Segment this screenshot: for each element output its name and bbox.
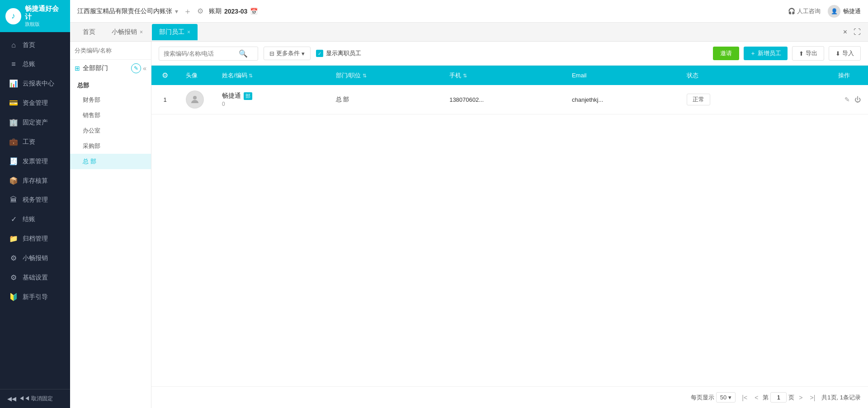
sidebar-nav: ⌂ 首页 ≡ 总账 📊 云报表中心 💳 资金管理 🏢 固定资产 💼 工资 🧾 发… <box>0 32 70 389</box>
calendar-icon: 📅 <box>250 8 258 15</box>
dept-item-office[interactable]: 办公室 <box>70 123 151 138</box>
col-dept[interactable]: 部门/职位 ⇅ <box>329 66 443 85</box>
dept-search-input[interactable] <box>75 47 151 54</box>
show-resigned-checkbox[interactable]: ✓ <box>316 50 323 57</box>
home-icon: ⌂ <box>9 41 18 49</box>
content-area: 🔍 ⊞ 全部部门 ✎ « 总部 财务部 销售部 办公室 采购部 <box>70 42 868 408</box>
tab-actions: × ⛶ <box>841 26 863 38</box>
period-selector[interactable]: 账期 2023-03 📅 <box>209 7 258 15</box>
employee-table: ⚙ 头像 姓名/编码 ⇅ 部门/职位 ⇅ <box>151 66 868 386</box>
topbar: 江西服宝精品有限责任公司内账张 ▾ ＋ ⚙ 账期 2023-03 📅 🎧 人工咨… <box>70 0 868 23</box>
sidebar: ♪ 畅捷通好会计 旗舰版 ⌂ 首页 ≡ 总账 📊 云报表中心 💳 资金管理 🏢 … <box>0 0 70 408</box>
app-logo-text: 畅捷通好会计 旗舰版 <box>25 5 65 28</box>
export-icon: ⬆ <box>799 50 804 57</box>
ledger-icon: ≡ <box>9 60 18 68</box>
col-name[interactable]: 姓名/编码 ⇅ <box>215 66 329 85</box>
basic-icon: ⚙ <box>9 273 18 282</box>
svg-point-0 <box>193 96 197 100</box>
dept-edit-button[interactable]: ✎ <box>131 63 141 73</box>
headset-icon: 🎧 <box>788 8 795 14</box>
employee-search-box: 🔍 <box>159 47 258 61</box>
col-num: ⚙ <box>151 66 179 85</box>
show-resigned-toggle[interactable]: ✓ 显示离职员工 <box>316 49 361 57</box>
sidebar-item-assets[interactable]: 🏢 固定资产 <box>0 113 70 132</box>
add-company-button[interactable]: ＋ <box>184 6 192 17</box>
sidebar-item-close[interactable]: ✓ 结账 <box>0 209 70 229</box>
tab-close-all-button[interactable]: × <box>841 26 849 38</box>
department-panel: 🔍 ⊞ 全部部门 ✎ « 总部 财务部 销售部 办公室 采购部 <box>70 42 151 408</box>
sidebar-item-tax[interactable]: 🏛 税务管理 <box>0 190 70 209</box>
capital-icon: 💳 <box>9 99 18 107</box>
cell-dept: 总 部 <box>329 85 443 114</box>
dept-group-root: 总部 财务部 销售部 办公室 采购部 总 部 <box>70 77 151 171</box>
logout-employee-button[interactable]: ⏻ <box>854 96 861 103</box>
page-number-input[interactable] <box>770 392 787 403</box>
company-selector[interactable]: 江西服宝精品有限责任公司内账张 ▾ <box>77 7 178 15</box>
search-icon[interactable]: 🔍 <box>239 49 248 58</box>
tax-icon: 🏛 <box>9 196 18 204</box>
dept-item-sales[interactable]: 销售部 <box>70 108 151 123</box>
sidebar-collapse-button[interactable]: ◀◀ ◀◀ 取消固定 <box>0 389 70 408</box>
name-sort-icon: ⇅ <box>249 73 253 78</box>
cell-status: 正常 <box>679 85 775 114</box>
dept-item-general[interactable]: 总 部 <box>70 154 151 169</box>
archive-icon: 📁 <box>9 234 18 243</box>
sidebar-item-basic[interactable]: ⚙ 基础设置 <box>0 268 70 287</box>
sidebar-item-wages[interactable]: 💼 工资 <box>0 132 70 152</box>
user-menu[interactable]: 👤 畅捷通 <box>828 5 861 18</box>
sidebar-item-archive[interactable]: 📁 归档管理 <box>0 229 70 248</box>
close-books-icon: ✓ <box>9 215 18 223</box>
last-page-button[interactable]: >| <box>807 393 818 402</box>
add-icon: ＋ <box>750 49 756 57</box>
dept-item-finance[interactable]: 财务部 <box>70 92 151 108</box>
next-page-button[interactable]: > <box>796 393 805 402</box>
sidebar-item-ledger[interactable]: ≡ 总账 <box>0 55 70 74</box>
edit-employee-button[interactable]: ✎ <box>844 96 850 103</box>
tab-close-xiaochang[interactable]: × <box>140 29 143 35</box>
toolbar-right-actions: 邀请 ＋ 新增员工 ⬆ 导出 ⬇ 导入 <box>713 46 861 61</box>
filter-button[interactable]: ⊟ 更多条件 ▾ <box>264 47 311 60</box>
page-navigation: |< < 第 页 > >| <box>739 392 818 403</box>
tab-deptstaff[interactable]: 部门员工 × <box>152 24 198 40</box>
sidebar-item-reports[interactable]: 📊 云报表中心 <box>0 74 70 93</box>
cell-phone: 138070602... <box>442 85 565 114</box>
tab-close-deptstaff[interactable]: × <box>187 29 190 35</box>
tab-expand-button[interactable]: ⛶ <box>852 26 863 38</box>
all-dept-label-group: ⊞ 全部部门 <box>75 64 108 72</box>
xiaochang-icon: ⚙ <box>9 254 18 262</box>
col-phone[interactable]: 手机 ⇅ <box>442 66 565 85</box>
import-icon: ⬇ <box>835 50 840 57</box>
sidebar-item-capital[interactable]: 💳 资金管理 <box>0 93 70 113</box>
sidebar-item-xiaochang[interactable]: ⚙ 小畅报销 <box>0 248 70 268</box>
sidebar-item-home[interactable]: ⌂ 首页 <box>0 36 70 55</box>
export-button[interactable]: ⬆ 导出 <box>792 46 824 61</box>
sidebar-item-guide[interactable]: 🔰 新手引导 <box>0 287 70 307</box>
first-page-button[interactable]: |< <box>739 393 750 402</box>
import-button[interactable]: ⬇ 导入 <box>829 46 861 61</box>
settings-button[interactable]: ⚙ <box>197 7 203 15</box>
sidebar-item-invoice[interactable]: 🧾 发票管理 <box>0 152 70 171</box>
dept-sort-icon: ⇅ <box>363 73 367 78</box>
employee-search-input[interactable] <box>164 50 236 57</box>
sidebar-logo[interactable]: ♪ 畅捷通好会计 旗舰版 <box>0 0 70 32</box>
user-avatar: 👤 <box>828 5 840 18</box>
col-email: Email <box>565 66 679 85</box>
tab-xiaochang[interactable]: 小畅报销 × <box>104 24 150 40</box>
add-employee-button[interactable]: ＋ 新增员工 <box>744 47 788 60</box>
sidebar-item-inventory[interactable]: 📦 库存核算 <box>0 171 70 190</box>
main-area: 江西服宝精品有限责任公司内账张 ▾ ＋ ⚙ 账期 2023-03 📅 🎧 人工咨… <box>70 0 868 408</box>
dept-item-purchase[interactable]: 采购部 <box>70 138 151 154</box>
cell-name: 畅捷通 部 0 <box>215 85 329 114</box>
settings-col-icon[interactable]: ⚙ <box>162 71 168 79</box>
tab-home[interactable]: 首页 <box>75 24 103 40</box>
all-dept-header[interactable]: ⊞ 全部部门 ✎ « <box>70 60 151 77</box>
status-badge: 正常 <box>687 94 710 105</box>
page-size-dropdown[interactable]: 50 ▾ <box>716 392 736 403</box>
prev-page-button[interactable]: < <box>752 393 761 402</box>
dept-collapse-icon[interactable]: « <box>143 65 146 72</box>
consult-button[interactable]: 🎧 人工咨询 <box>788 7 821 15</box>
guide-icon: 🔰 <box>9 293 18 301</box>
employee-avatar <box>186 90 204 109</box>
sidebar-collapse-icon: ◀◀ <box>7 395 16 402</box>
invite-button[interactable]: 邀请 <box>713 47 739 60</box>
